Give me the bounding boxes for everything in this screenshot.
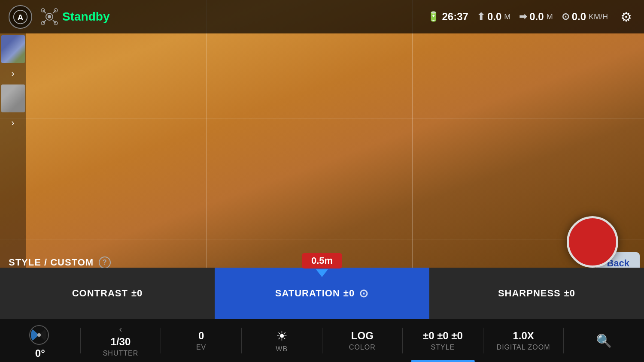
standby-icon xyxy=(41,8,58,25)
down-arrow-icon xyxy=(316,269,328,277)
saturation-label: SATURATION xyxy=(275,288,340,299)
standby-text: Standby xyxy=(62,10,109,24)
color-label: COLOR xyxy=(349,344,376,351)
grid-overlay xyxy=(0,0,644,275)
battery-icon: 🔋 xyxy=(428,11,439,22)
left-sidebar: › › xyxy=(0,33,26,275)
expand-bottom-icon[interactable]: › xyxy=(11,118,14,129)
wind-angle-item[interactable]: 0° xyxy=(0,319,80,362)
ev-label: EV xyxy=(196,344,206,351)
ev-item[interactable]: 0 EV xyxy=(161,319,241,362)
saturation-value: ±0 xyxy=(343,288,355,299)
sharpness-button[interactable]: SHARPNESS ±0 xyxy=(429,268,644,319)
svg-point-11 xyxy=(48,15,51,18)
shutter-label: SHUTTER xyxy=(103,350,139,357)
zoom-item[interactable]: 1.0X DIGITAL ZOOM xyxy=(483,319,564,362)
distance-value: 0.5m xyxy=(311,255,333,266)
thumbnail-top[interactable] xyxy=(1,35,25,63)
thumbnail-bottom[interactable] xyxy=(1,84,25,112)
ev-value: 0 xyxy=(198,330,204,342)
bottom-bar: 0° ‹ 1/30 SHUTTER 0 EV ☀ WB LOG COLOR ±0… xyxy=(0,319,644,362)
battery-stat: 🔋 26:37 xyxy=(428,11,468,23)
contrast-button[interactable]: CONTRAST ±0 xyxy=(0,268,215,319)
style-label-bottom: STYLE xyxy=(431,344,455,351)
style-values: ±0 ±0 ±0 xyxy=(423,330,463,342)
color-item[interactable]: LOG COLOR xyxy=(322,319,403,362)
more-icon: ⊙ xyxy=(359,287,369,300)
speed-icon: ⊙ xyxy=(562,11,569,22)
record-button[interactable] xyxy=(567,216,618,268)
app-logo[interactable]: A xyxy=(9,5,32,29)
wb-label: WB xyxy=(276,345,288,353)
wb-item[interactable]: ☀ WB xyxy=(242,319,322,362)
camera-search-icon: 🔍 xyxy=(596,333,612,348)
log-value: LOG xyxy=(351,330,374,342)
standby-section: Standby xyxy=(41,8,109,25)
wind-indicator xyxy=(28,322,52,346)
svg-text:A: A xyxy=(18,12,24,21)
header-bar: A Standby 🔋 26:37 ⬆ 0. xyxy=(0,0,644,33)
speed-stat: ⊙ 0.0 KM/H xyxy=(562,11,608,23)
sharpness-value: ±0 xyxy=(564,288,575,299)
expand-top-icon[interactable]: › xyxy=(11,68,14,79)
help-icon[interactable]: ? xyxy=(99,256,111,268)
contrast-label: CONTRAST xyxy=(72,288,128,299)
angle-value: 0° xyxy=(35,347,45,359)
wb-icon: ☀ xyxy=(276,329,288,344)
altitude-icon: ⬆ xyxy=(477,11,485,22)
camera-view xyxy=(0,0,644,275)
distance-icon: ➡ xyxy=(519,11,527,22)
contrast-value: ±0 xyxy=(131,288,143,299)
altitude-stat: ⬆ 0.0 M xyxy=(477,11,510,23)
svg-point-13 xyxy=(37,333,41,337)
settings-button[interactable]: ⚙ xyxy=(617,7,635,26)
shutter-value: 1/30 xyxy=(111,336,131,348)
camera-search-item[interactable]: 🔍 xyxy=(564,319,644,362)
distance-stat: ➡ 0.0 M xyxy=(519,11,553,23)
shutter-item[interactable]: ‹ 1/30 SHUTTER xyxy=(81,319,161,362)
distance-indicator: 0.5m xyxy=(302,253,342,277)
zoom-value: 1.0X xyxy=(513,330,534,342)
zoom-label: DIGITAL ZOOM xyxy=(497,344,550,351)
sharpness-label: SHARPNESS xyxy=(498,288,561,299)
chevron-left-icon[interactable]: ‹ xyxy=(119,324,122,334)
style-item[interactable]: ±0 ±0 ±0 STYLE xyxy=(403,319,483,362)
